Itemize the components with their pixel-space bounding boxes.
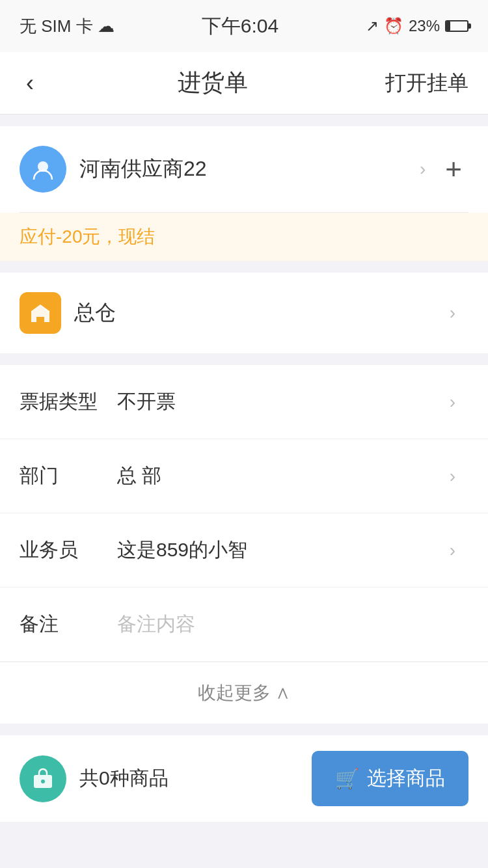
location-icon: ↗ [366,17,379,35]
collapse-label: 收起更多 ∧ [198,681,291,705]
supplier-row[interactable]: 河南供应商22 › + [0,126,488,212]
select-product-button[interactable]: 🛒 选择商品 [312,751,468,806]
warehouse-chevron-icon: › [450,303,455,323]
status-right: ↗ ⏰ 23% [366,17,468,35]
salesperson-value: 这是859的小智 [104,537,450,563]
open-pending-button[interactable]: 打开挂单 [385,69,468,98]
svg-rect-1 [36,317,44,322]
form-section: 票据类型 不开票 › 部门 总 部 › 业务员 这是859的小智 › 备注 备注… [0,365,488,724]
dept-row[interactable]: 部门 总 部 › [0,439,488,513]
salesperson-label: 业务员 [20,537,104,563]
svg-point-3 [41,780,45,783]
select-cart-icon: 🛒 [335,767,359,790]
supplier-chevron-icon: › [420,159,426,180]
status-time: 下午6:04 [202,13,278,40]
dept-chevron-icon: › [450,466,455,487]
product-icon [20,755,66,802]
notice-bar: 应付-20元，现结 [0,213,488,261]
warehouse-card: 总仓 › [0,273,488,353]
sim-label: 无 SIM 卡 ☁ [20,15,115,38]
note-input[interactable]: 备注内容 [104,611,468,638]
warehouse-row[interactable]: 总仓 › [0,273,488,353]
status-bar: 无 SIM 卡 ☁ 下午6:04 ↗ ⏰ 23% [0,0,488,52]
nav-bar: ‹ 进货单 打开挂单 [0,52,488,115]
note-label: 备注 [20,611,104,638]
page-title: 进货单 [178,67,248,99]
battery-icon [445,20,468,32]
warehouse-name: 总仓 [74,299,450,327]
section-gap-1 [0,115,488,126]
supplier-card: 河南供应商22 › + 应付-20元，现结 [0,126,488,261]
product-count: 共0种商品 [79,765,299,792]
salesperson-chevron-icon: › [450,540,455,561]
battery-label: 23% [409,17,440,35]
rest-background [0,822,488,868]
add-supplier-button[interactable]: + [439,153,468,185]
supplier-name: 河南供应商22 [79,155,420,183]
collapse-button[interactable]: 收起更多 ∧ [0,662,488,724]
note-row[interactable]: 备注 备注内容 [0,588,488,662]
back-button[interactable]: ‹ [20,63,40,103]
section-gap-2 [0,261,488,273]
alarm-icon: ⏰ [384,17,403,35]
supplier-avatar [20,146,66,193]
dept-value: 总 部 [104,463,450,489]
section-gap-bottom [0,724,488,735]
bottom-bar: 共0种商品 🛒 选择商品 [0,735,488,822]
warehouse-icon [20,292,61,334]
invoice-chevron-icon: › [450,392,455,413]
invoice-value: 不开票 [104,388,450,415]
status-left: 无 SIM 卡 ☁ [20,15,115,38]
salesperson-row[interactable]: 业务员 这是859的小智 › [0,513,488,588]
select-product-label: 选择商品 [367,765,445,792]
invoice-row[interactable]: 票据类型 不开票 › [0,365,488,439]
invoice-label: 票据类型 [20,388,104,415]
dept-label: 部门 [20,463,104,489]
